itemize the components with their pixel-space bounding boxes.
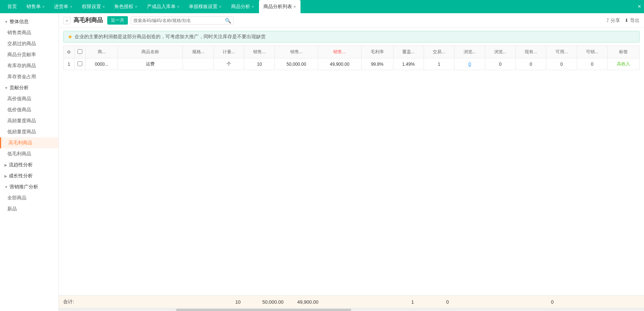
col-sales-qty[interactable]: 销售... [244, 46, 275, 58]
close-icon[interactable]: × [42, 4, 44, 9]
col-current-stock[interactable]: 现有... [516, 46, 546, 58]
sidebar-section-wealth[interactable]: ▼ 贡献分析 [0, 82, 58, 93]
footer-total: 合计: 10 50,000.00 49,900.00 1 0 0 [59, 295, 644, 308]
main-layout: ▼ 整体信息 销售类商品 交易过的商品 商品分贡献率 有库存的商品 库存资金占用… [0, 13, 644, 311]
sidebar-item-high-margin[interactable]: 高毛利商品 [0, 137, 58, 148]
col-sales-profit[interactable]: 销售... [318, 46, 361, 58]
col-sales-amount[interactable]: 销售... [275, 46, 318, 58]
export-button[interactable]: ⬇ 导出 [625, 17, 640, 24]
close-all-button[interactable]: × [638, 3, 641, 10]
sidebar-item-new-goods[interactable]: 新品 [0, 203, 58, 214]
sidebar-item-goods-in-stock[interactable]: 有库存的商品 [0, 60, 58, 71]
footer-available: 0 [535, 299, 570, 305]
footer-transactions: 1 [395, 299, 430, 305]
cell-sales-amount: 50,000.00 [275, 58, 318, 70]
table-container: ⚙ 商... 商品名称 规格... 计量... 销售... 销售... 销售..… [59, 46, 644, 295]
cell-current-stock: 0 [516, 58, 546, 70]
sidebar-section-trend[interactable]: ▶ 流趋性分析 [0, 159, 58, 170]
close-icon[interactable]: × [135, 4, 137, 9]
export-icon: ⬇ [625, 18, 629, 23]
goods-table: ⚙ 商... 商品名称 规格... 计量... 销售... 销售... 销售..… [63, 46, 640, 70]
cell-name: 运费 [118, 58, 183, 70]
cell-unit: 个 [213, 58, 244, 70]
cell-available: 0 [546, 58, 577, 70]
col-browse1[interactable]: 浏览... [454, 46, 485, 58]
chevron-right-icon: ▶ [4, 163, 7, 167]
nav-tab-purchase[interactable]: 进货单 × [50, 0, 76, 13]
col-available[interactable]: 可用... [546, 46, 577, 58]
col-name[interactable]: 商品名称 [118, 46, 183, 58]
close-icon[interactable]: × [102, 4, 105, 9]
cell-checkbox[interactable] [75, 58, 86, 70]
sidebar: ▼ 整体信息 销售类商品 交易过的商品 商品分贡献率 有库存的商品 库存资金占用… [0, 13, 59, 311]
close-icon[interactable]: × [177, 4, 179, 9]
col-settings[interactable]: ⚙ [64, 46, 75, 58]
close-icon[interactable]: × [219, 4, 221, 9]
sidebar-section-marketing[interactable]: ▼ 营销推广分析 [0, 181, 58, 192]
horizontal-scrollbar[interactable] [59, 308, 644, 311]
footer-browse1: 0 [430, 299, 465, 305]
info-icon: ❖ [68, 34, 72, 40]
col-spec[interactable]: 规格... [183, 46, 213, 58]
sidebar-item-low-value[interactable]: 低价值商品 [0, 104, 58, 115]
close-icon[interactable]: × [252, 4, 254, 9]
col-tag[interactable]: 标签 [608, 46, 640, 58]
chevron-down-icon: ▼ [4, 20, 8, 24]
banner-text: 企业的主要的利润都是这部分商品创造的，可考虑加大推广，同时关注库存是不要出现缺货 [75, 33, 266, 40]
col-unit[interactable]: 计量... [213, 46, 244, 58]
chevron-down-icon: ▼ [4, 185, 8, 189]
footer-label: 合计: [63, 299, 78, 305]
nav-tab-goods-analysis-list[interactable]: 商品分析列表 × [259, 0, 300, 13]
col-sellable[interactable]: 可销... [577, 46, 607, 58]
scrollbar-thumb[interactable] [176, 309, 352, 311]
cell-browse1[interactable]: 0 [454, 58, 485, 70]
sidebar-item-goods-contribution[interactable]: 商品分贡献率 [0, 49, 58, 60]
content-header: « 高毛利商品 近一月 🔍 ⤴ 分享 ⬇ 导出 [59, 13, 644, 28]
cell-sellable: 0 [577, 58, 607, 70]
footer-sales-amount: 50,000.00 [255, 299, 290, 305]
cell-sales-profit: 49,900.00 [318, 58, 361, 70]
search-icon[interactable]: 🔍 [225, 18, 231, 23]
col-coverage[interactable]: 覆盖... [393, 46, 424, 58]
col-code[interactable]: 商... [86, 46, 118, 58]
footer-sales-profit: 49,900.00 [290, 299, 325, 305]
header-actions: ⤴ 分享 ⬇ 导出 [607, 17, 640, 24]
nav-tab-role[interactable]: 角色授权 × [110, 0, 141, 13]
sidebar-item-traded-goods[interactable]: 交易过的商品 [0, 38, 58, 49]
sidebar-item-all-goods[interactable]: 全部商品 [0, 192, 58, 203]
sidebar-item-high-value[interactable]: 高价值商品 [0, 93, 58, 104]
cell-transactions: 1 [424, 58, 454, 70]
nav-tab-permissions[interactable]: 权限设置 × [78, 0, 109, 13]
nav-tab-template[interactable]: 单据模板设置 × [184, 0, 226, 13]
collapse-sidebar-button[interactable]: « [63, 17, 71, 24]
nav-tab-home[interactable]: 首页 [3, 0, 21, 13]
sidebar-item-sales-goods[interactable]: 销售类商品 [0, 27, 58, 38]
nav-tab-product-entry[interactable]: 产成品入库单 × [143, 0, 184, 13]
close-icon[interactable]: × [294, 4, 296, 9]
share-button[interactable]: ⤴ 分享 [607, 17, 620, 24]
sidebar-item-low-freq[interactable]: 低頻量度商品 [0, 126, 58, 137]
cell-coverage: 1.49% [393, 58, 424, 70]
col-transactions[interactable]: 交易... [424, 46, 454, 58]
nav-tab-sales[interactable]: 销售单 × [22, 0, 49, 13]
col-checkbox[interactable] [75, 46, 86, 58]
sidebar-item-high-freq[interactable]: 高頻量度商品 [0, 115, 58, 126]
sidebar-section-overall[interactable]: ▼ 整体信息 [0, 16, 58, 27]
cell-code: 0000... [86, 58, 118, 70]
sidebar-section-growth[interactable]: ▶ 成长性分析 [0, 170, 58, 181]
sidebar-item-low-margin[interactable]: 低毛利商品 [0, 148, 58, 159]
search-box: 🔍 [131, 17, 234, 25]
col-browse2[interactable]: 浏览... [485, 46, 515, 58]
row-checkbox[interactable] [78, 61, 82, 66]
chevron-down-icon: ▼ [4, 86, 8, 90]
nav-tab-goods-analysis[interactable]: 商品分析 × [227, 0, 258, 13]
search-input[interactable] [133, 18, 223, 23]
close-icon[interactable]: × [70, 4, 72, 9]
select-all-checkbox[interactable] [78, 49, 82, 54]
page-title: 高毛利商品 [73, 17, 103, 24]
content-area: « 高毛利商品 近一月 🔍 ⤴ 分享 ⬇ 导出 ❖ 企业的主要 [59, 13, 644, 311]
col-margin-rate[interactable]: 毛利率 [361, 46, 393, 58]
sidebar-item-stock-occupation[interactable]: 库存资金占用 [0, 71, 58, 82]
time-filter-button[interactable]: 近一月 [107, 16, 128, 25]
footer-sales-qty: 10 [220, 299, 255, 305]
